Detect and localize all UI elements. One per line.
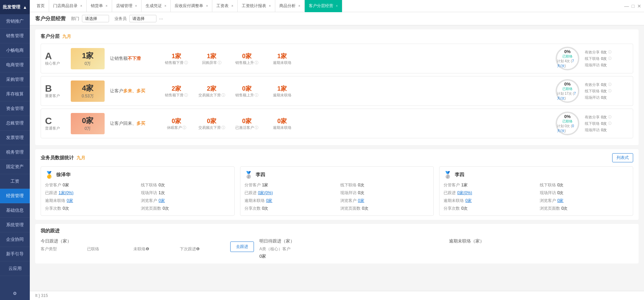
sidebar-item-企业协同[interactable]: 企业协同 xyxy=(0,232,30,247)
stat-num-A-2[interactable]: 0家 xyxy=(233,52,260,60)
tier-count-block-B[interactable]: 4家0.53万 xyxy=(71,80,105,102)
tab-门店商品目录[interactable]: 门店商品目录× xyxy=(49,0,87,12)
tab-商品分析[interactable]: 商品分析× xyxy=(275,0,305,12)
info-icon[interactable]: ⓘ xyxy=(255,93,258,98)
tab-close-商品分析[interactable]: × xyxy=(298,4,300,8)
info-icon[interactable]: ⓘ xyxy=(221,93,225,98)
sidebar-item-云应用[interactable]: 云应用 xyxy=(0,261,30,276)
sales-item-val-0-5[interactable]: 0家 xyxy=(158,198,165,204)
tab-min-icon[interactable]: — xyxy=(624,3,629,9)
stat-num-C-1[interactable]: 0家 xyxy=(198,117,225,125)
sales-item-val-2-5[interactable]: 0家 xyxy=(557,198,564,204)
tab-close-销货单[interactable]: × xyxy=(106,4,108,8)
sidebar-item-电商管理[interactable]: 电商管理 xyxy=(0,58,30,72)
plan-link-${ti}[interactable]: 7天/次 xyxy=(557,92,576,100)
info-icon[interactable]: ⓘ xyxy=(184,60,188,65)
sidebar-gear[interactable]: ⚙ xyxy=(0,287,30,300)
sales-item-val-1-5[interactable]: 0家 xyxy=(358,198,364,204)
sidebar-item-新手引导[interactable]: 新手引导 xyxy=(0,247,30,261)
sidebar-item-销售管理[interactable]: 销售管理 xyxy=(0,29,30,43)
stat-num-C-0[interactable]: 0家 xyxy=(163,117,190,125)
info-icon[interactable]: ⓘ xyxy=(255,125,258,130)
sidebar-item-经营管理[interactable]: 经营管理 xyxy=(0,189,30,203)
tab-工资表[interactable]: 工资表× xyxy=(212,0,238,12)
sidebar-item-小畅电商[interactable]: 小畅电商 xyxy=(0,43,30,58)
tab-close-icon[interactable]: ✕ xyxy=(637,3,641,9)
sidebar-item-固定资产[interactable]: 固定资产 xyxy=(0,160,30,174)
sales-item-2-6: 分享次数0次 xyxy=(444,206,533,211)
tab-close-工资表[interactable]: × xyxy=(231,4,233,8)
sidebar-item-基础信息[interactable]: 基础信息 xyxy=(0,203,30,218)
tier-stat-B-0: 2家销售额下滑ⓘ xyxy=(163,85,190,98)
rs-info-icon[interactable]: ⓘ xyxy=(608,50,611,54)
tab-客户分层经营[interactable]: 客户分层经营× xyxy=(305,0,342,12)
sales-item-val-0-4[interactable]: 0家 xyxy=(67,198,73,204)
stat-num-B-2[interactable]: 0家 xyxy=(233,85,260,93)
sidebar-item-库存核算[interactable]: 库存核算 xyxy=(0,87,30,101)
rs-item-A-2: 现场拜访0次 xyxy=(585,63,629,68)
dept-select[interactable]: 请选择 xyxy=(82,15,109,22)
stat-num-A-3[interactable]: 1家 xyxy=(269,52,296,60)
tab-close-工资统计报表[interactable]: × xyxy=(269,4,271,8)
sidebar-item-税务管理[interactable]: 税务管理 xyxy=(0,145,30,160)
rs-info-icon[interactable]: ⓘ xyxy=(608,89,611,93)
info-icon[interactable]: ⓘ xyxy=(221,125,225,130)
sales-item-val-2-2[interactable]: 0家(0%) xyxy=(457,190,472,196)
list-view-button[interactable]: 列表式 xyxy=(612,153,633,162)
sidebar-item-系统管理[interactable]: 系统管理 xyxy=(0,218,30,232)
tab-应收应付调整单[interactable]: 应收应付调整单× xyxy=(171,0,212,12)
sales-select[interactable]: 请选择 xyxy=(129,15,156,22)
stat-num-C-2[interactable]: 0家 xyxy=(233,117,260,125)
sales-item-2-3: 现场拜访0次 xyxy=(540,190,629,196)
tab-销货单[interactable]: 销货单× xyxy=(87,0,112,12)
rs-info-icon[interactable]: ⓘ xyxy=(608,121,611,126)
filter-more-icon[interactable]: ··· xyxy=(159,16,163,21)
stat-num-A-0[interactable]: 1家 xyxy=(163,52,190,60)
sales-item-val-1-1: 0次 xyxy=(358,182,364,188)
stat-num-C-3[interactable]: 0家 xyxy=(269,117,296,125)
tier-count-block-C[interactable]: 0家0万 xyxy=(71,113,105,134)
sidebar-item-总账管理[interactable]: 总账管理 xyxy=(0,116,30,131)
info-icon[interactable]: ⓘ xyxy=(183,125,186,130)
info-icon[interactable]: ⓘ xyxy=(255,60,258,65)
sales-item-0-6: 分享次数0次 xyxy=(45,206,134,211)
rs-info-icon[interactable]: ⓘ xyxy=(608,56,611,61)
stat-num-A-1[interactable]: 1家 xyxy=(198,52,225,60)
sales-item-val-1-2[interactable]: 0家(0%) xyxy=(258,190,273,196)
tab-首页[interactable]: 首页 xyxy=(33,0,49,12)
tier-count-block-A[interactable]: 1家0万 xyxy=(71,48,105,69)
tab-close-店铺管理[interactable]: × xyxy=(135,4,137,8)
tab-店铺管理[interactable]: 店铺管理× xyxy=(112,0,142,12)
tab-close-生成凭证[interactable]: × xyxy=(165,4,167,8)
stat-num-B-1[interactable]: 2家 xyxy=(198,85,225,93)
sales-item-val-1-4[interactable]: 0家 xyxy=(266,198,273,204)
tab-生成凭证[interactable]: 生成凭证× xyxy=(142,0,171,12)
tab-工资统计报表[interactable]: 工资统计报表× xyxy=(238,0,275,12)
sales-card-0: 🥇徐泽华分管客户0家线下联络0次已跟进1家(0%)现场拜访1次逾期未联络0家浏览… xyxy=(41,166,235,216)
sidebar-item-工资[interactable]: 工资 xyxy=(0,174,30,189)
tab-max-icon[interactable]: □ xyxy=(632,3,635,9)
plan-link-${ti}[interactable]: 7天/次 xyxy=(557,59,574,68)
info-icon[interactable]: ⓘ xyxy=(218,60,221,65)
sidebar-item-资金管理[interactable]: 资金管理 xyxy=(0,101,30,116)
contact-circle-B: 0% 已联络 计划 17次 (7天/次) xyxy=(556,79,579,103)
tab-close-门店商品目录[interactable]: × xyxy=(80,4,82,8)
contact-lbl-A: 已联络 xyxy=(562,54,573,59)
tab-close-应收应付调整单[interactable]: × xyxy=(206,4,208,8)
sales-item-val-0-2[interactable]: 1家(0%) xyxy=(59,190,73,196)
sales-item-val-2-4[interactable]: 0家 xyxy=(465,198,472,204)
goto-followup-button[interactable]: 去跟进 xyxy=(230,241,254,252)
sidebar-header[interactable]: 批发管理 ▲ xyxy=(0,0,30,14)
sidebar-collapse-icon[interactable]: ▲ xyxy=(23,5,27,10)
plan-link-${ti}[interactable]: 0天/次 xyxy=(557,124,574,133)
rs-info-icon[interactable]: ⓘ xyxy=(608,115,611,119)
info-icon[interactable]: ⓘ xyxy=(184,93,188,98)
stat-num-B-3[interactable]: 1家 xyxy=(269,85,296,93)
sidebar-item-营销推广[interactable]: 营销推广 xyxy=(0,14,30,29)
contact-circle-C: 0% 已联络 计划 0次 (0天/次) xyxy=(556,112,579,135)
sidebar-item-采购管理[interactable]: 采购管理 xyxy=(0,72,30,87)
stat-num-B-0[interactable]: 2家 xyxy=(163,85,190,93)
rs-info-icon[interactable]: ⓘ xyxy=(608,82,611,87)
tab-close-客户分层经营[interactable]: × xyxy=(336,4,338,8)
sidebar-item-发票管理[interactable]: 发票管理 xyxy=(0,131,30,145)
